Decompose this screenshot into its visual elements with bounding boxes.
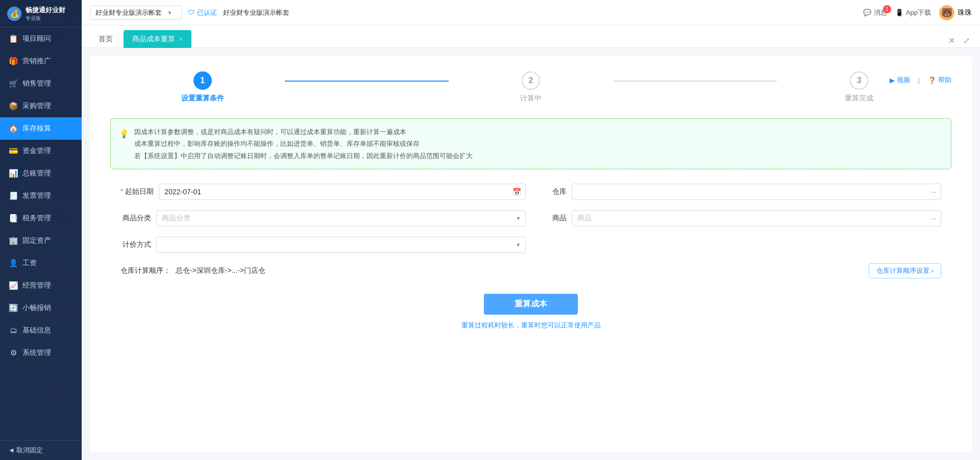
sidebar-icon-basic: 🗂 — [8, 325, 18, 336]
step-connector-1 — [285, 81, 449, 82]
sidebar-item-basic[interactable]: 🗂基础信息 — [0, 319, 82, 342]
sidebar-icon-purchase: 📦 — [8, 101, 18, 111]
sidebar-label-finance: 资金管理 — [22, 146, 51, 156]
user-avatar: 🐻 — [939, 5, 954, 20]
sidebar-item-project[interactable]: 📋项目顾问 — [0, 28, 82, 50]
form-group-pricing: 计价方式 ▼ — [120, 237, 526, 253]
sidebar-item-purchase[interactable]: 📦采购管理 — [0, 95, 82, 117]
sidebar-item-tax[interactable]: 📑税务管理 — [0, 207, 82, 229]
app-download-button[interactable]: 📱 App下载 — [895, 8, 931, 17]
close-window-button[interactable]: ✕ — [946, 34, 957, 47]
sidebar-item-marketing[interactable]: 🎁营销推广 — [0, 50, 82, 72]
sidebar-label-system: 系统管理 — [22, 348, 51, 357]
sidebar-item-invoice[interactable]: 🧾发票管理 — [0, 185, 82, 207]
recalc-section: 重算成本 重算过程耗时较长，重算时您可以正常使用产品 — [110, 294, 951, 330]
account-selector[interactable]: 好业财专业版演示帐套 ▼ — [90, 6, 182, 20]
step-3-circle: 3 — [850, 71, 868, 90]
step-1: 1 设置重算条件 — [120, 71, 285, 103]
step-1-label: 设置重算条件 — [181, 94, 224, 103]
tabbar: 首页 商品成本重算 × ✕ ⤢ — [82, 25, 980, 48]
goods-input[interactable]: 商品 ··· — [572, 210, 941, 226]
topbar: 好业财专业版演示帐套 ▼ 🛡 已认证 好业财专业版演示帐套 💬 消息 1 📱 A… — [82, 0, 980, 25]
form-section: 起始日期 2022-07-01 📅 仓库 — [110, 184, 951, 278]
warehouse-order-row: 仓库计算顺序： 总仓->深圳仓库->...->门店仓 仓库计算顺序设置 › — [120, 263, 941, 278]
sidebar-icon-inventory: 🏠 — [8, 123, 18, 134]
phone-icon: 📱 — [895, 9, 903, 16]
sidebar-label-expense: 小畅报销 — [22, 303, 51, 313]
sidebar-icon-sales: 🛒 — [8, 79, 18, 89]
sidebar-item-finance[interactable]: 💳资金管理 — [0, 140, 82, 162]
start-date-input[interactable]: 2022-07-01 📅 — [159, 184, 526, 200]
tab-home[interactable]: 首页 — [90, 30, 121, 48]
form-row-3: 计价方式 ▼ — [120, 237, 941, 253]
recalculate-label: 重算成本 — [514, 299, 547, 308]
user-menu[interactable]: 🐻 珠珠 — [939, 5, 972, 20]
step-1-circle: 1 — [193, 71, 212, 90]
sidebar-icon-system: ⚙ — [8, 348, 18, 358]
sidebar-icon-accounting: 📊 — [8, 168, 18, 178]
pricing-select[interactable]: ▼ — [156, 237, 526, 253]
account-chevron-icon: ▼ — [167, 10, 173, 16]
sidebar-icon-tax: 📑 — [8, 213, 18, 223]
category-select[interactable]: 商品分类 ▼ — [156, 210, 526, 226]
sidebar-label-asset: 固定资产 — [22, 236, 51, 245]
sidebar-item-hr[interactable]: 👤工资 — [0, 252, 82, 274]
form-row-1: 起始日期 2022-07-01 📅 仓库 — [120, 184, 941, 200]
start-date-wrapper: 2022-07-01 📅 — [159, 184, 526, 200]
start-date-label: 起始日期 — [120, 187, 154, 196]
info-icon: 💡 — [119, 127, 129, 162]
sidebar-item-expense[interactable]: 🔄小畅报销 — [0, 297, 82, 319]
step-3: 3 重算完成 — [777, 71, 941, 103]
goods-dots-icon[interactable]: ··· — [930, 214, 937, 222]
account-name: 好业财专业版演示帐套 — [95, 8, 162, 17]
sidebar-icon-asset: 🏢 — [8, 236, 18, 246]
logo-sub: 专业版 — [26, 15, 65, 22]
tab-goods-cost-recalc[interactable]: 商品成本重算 × — [124, 30, 191, 48]
logo-name: 畅捷通好业财 — [26, 6, 65, 15]
pricing-label: 计价方式 — [120, 240, 151, 249]
tab-close-button[interactable]: × — [179, 36, 183, 43]
tab-active-label: 商品成本重算 — [132, 35, 175, 44]
warehouse-dots-icon[interactable]: ··· — [930, 188, 937, 196]
warehouse-input[interactable]: ··· — [572, 184, 941, 200]
sidebar-label-operation: 经营管理 — [22, 281, 51, 290]
goods-wrapper: 商品 ··· — [572, 210, 941, 226]
sidebar-label-inventory: 库存核算 — [22, 124, 51, 133]
logo-icon: 💰 — [7, 7, 21, 21]
sidebar-icon-operation: 📈 — [8, 280, 18, 291]
verified-text: 已认证 — [197, 8, 217, 17]
main-area: 好业财专业版演示帐套 ▼ 🛡 已认证 好业财专业版演示帐套 💬 消息 1 📱 A… — [82, 0, 980, 460]
info-line-1: 因成本计算参数调整，或是对商品成本有疑问时，可以通过成本重算功能，重新计算一遍成… — [134, 126, 473, 138]
sidebar-item-system[interactable]: ⚙系统管理 — [0, 342, 82, 364]
content-inner: 1 设置重算条件 2 计算中 3 重算完成 ▶ 视频 — [90, 56, 972, 452]
sidebar-item-sales[interactable]: 🛒销售管理 — [0, 72, 82, 95]
recalculate-button[interactable]: 重算成本 — [484, 294, 578, 315]
pricing-chevron-icon: ▼ — [516, 242, 521, 248]
goods-label: 商品 — [536, 214, 567, 223]
warehouse-label: 仓库 — [536, 187, 567, 196]
sidebar-item-operation[interactable]: 📈经营管理 — [0, 274, 82, 297]
message-button[interactable]: 💬 消息 1 — [863, 8, 887, 17]
expand-window-button[interactable]: ⤢ — [961, 34, 972, 47]
steps-container: 1 设置重算条件 2 计算中 3 重算完成 ▶ 视频 — [110, 71, 951, 103]
warehouse-order-settings-button[interactable]: 仓库计算顺序设置 › — [869, 263, 941, 278]
message-badge: 1 — [883, 5, 891, 13]
sidebar-item-asset[interactable]: 🏢固定资产 — [0, 229, 82, 252]
step-2-label: 计算中 — [520, 94, 542, 103]
topbar-actions: 💬 消息 1 📱 App下载 🐻 珠珠 — [863, 5, 972, 20]
goods-placeholder: 商品 — [577, 214, 592, 223]
category-label: 商品分类 — [120, 214, 151, 223]
app-download-label: App下载 — [906, 8, 931, 17]
sidebar-label-invoice: 发票管理 — [22, 191, 51, 200]
user-name: 珠珠 — [958, 8, 972, 17]
warehouse-order-label: 仓库计算顺序： — [120, 266, 170, 275]
form-group-warehouse: 仓库 ··· — [536, 184, 941, 200]
sidebar-item-inventory[interactable]: 🏠库存核算 — [0, 117, 82, 140]
sidebar-label-tax: 税务管理 — [22, 214, 51, 223]
start-date-value: 2022-07-01 — [164, 188, 201, 196]
sidebar-item-accounting[interactable]: 📊总账管理 — [0, 162, 82, 185]
step-2: 2 计算中 — [449, 71, 613, 103]
sidebar-unpin-button[interactable]: ◄ 取消固定 — [0, 440, 82, 460]
form-group-category: 商品分类 商品分类 ▼ — [120, 210, 526, 226]
step-2-circle: 2 — [522, 71, 540, 90]
